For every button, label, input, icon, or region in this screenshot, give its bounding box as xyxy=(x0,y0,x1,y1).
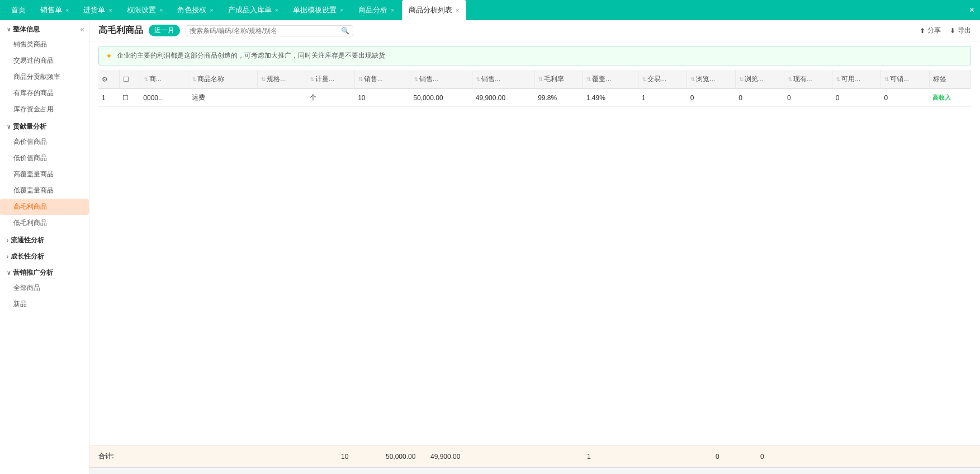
footer-stock-current: 0 xyxy=(712,453,757,461)
share-button[interactable]: ⬆ 分享 xyxy=(920,26,941,35)
sidebar-group-overview[interactable]: ∨ 整体信息 xyxy=(0,20,89,36)
sidebar-group-marketing[interactable]: ∨ 营销推广分析 xyxy=(0,264,89,280)
col-transaction[interactable]: ⇅ 交易... xyxy=(638,70,687,89)
table-footer: 合计: 10 50,000.00 49,900.00 1 0 0 xyxy=(89,445,980,467)
col-stock-available-sort-icon: ⇅ xyxy=(836,76,840,82)
close-instock-tab[interactable]: × xyxy=(275,7,278,13)
footer-transaction: 1 xyxy=(584,453,628,461)
nav-tab-sales[interactable]: 销售单 × xyxy=(34,0,75,20)
filter-month-button[interactable]: 近一月 xyxy=(149,25,180,36)
row-code: 0000... xyxy=(140,89,188,107)
table-container: ⚙ ☐ ⇅ 商... ⇅ xyxy=(89,70,980,445)
row-checkbox[interactable]: ☐ xyxy=(119,89,140,107)
close-roles-tab[interactable]: × xyxy=(210,7,213,13)
nav-tab-template[interactable]: 单据模板设置 × xyxy=(286,0,350,20)
search-input[interactable] xyxy=(190,27,341,35)
col-stock-saleable[interactable]: ⇅ 可销... xyxy=(880,70,929,89)
col-stock-current[interactable]: ⇅ 现有... xyxy=(784,70,832,89)
row-stock-saleable: 0 xyxy=(880,89,929,107)
info-icon: ✦ xyxy=(106,51,112,60)
sidebar-collapse-button[interactable]: « xyxy=(80,25,84,34)
col-browse1-sort-icon: ⇅ xyxy=(690,76,695,82)
row-sales-qty: 10 xyxy=(354,89,410,107)
sidebar-item-high-coverage[interactable]: 高覆盖量商品 xyxy=(0,166,89,182)
search-box: 🔍 xyxy=(186,25,353,36)
overview-arrow-icon: ∨ xyxy=(7,26,11,32)
sidebar-item-low-coverage[interactable]: 低覆盖量商品 xyxy=(0,182,89,199)
close-all-button[interactable]: × xyxy=(969,5,974,15)
row-browse2: 0 xyxy=(735,89,784,107)
sidebar-group-growth[interactable]: › 成长性分析 xyxy=(0,247,89,264)
nav-tab-purchase[interactable]: 进货单 × xyxy=(77,0,119,20)
sidebar-group-contribution[interactable]: ∨ 贡献量分析 xyxy=(0,118,89,134)
col-tag[interactable]: 标签 xyxy=(929,70,970,89)
page-title: 高毛利商品 xyxy=(98,25,143,36)
export-button[interactable]: ⬇ 导出 xyxy=(950,26,971,35)
col-stock-available[interactable]: ⇅ 可用... xyxy=(832,70,881,89)
col-browse2[interactable]: ⇅ 浏览... xyxy=(735,70,784,89)
sidebar-item-sales-goods[interactable]: 销售类商品 xyxy=(0,36,89,53)
close-analysis-list-tab[interactable]: × xyxy=(456,7,459,13)
col-unit-sort-icon: ⇅ xyxy=(310,76,314,82)
sidebar-item-all-goods[interactable]: 全部商品 xyxy=(0,280,89,296)
marketing-arrow-icon: ∨ xyxy=(7,270,11,276)
row-name: 运费 xyxy=(188,89,258,107)
export-icon: ⬇ xyxy=(950,27,955,35)
col-unit[interactable]: ⇅ 计量... xyxy=(306,70,355,89)
col-sales-cost[interactable]: ⇅ 销售... xyxy=(472,70,534,89)
col-sales-qty[interactable]: ⇅ 销售... xyxy=(354,70,410,89)
col-browse1[interactable]: ⇅ 浏览... xyxy=(687,70,736,89)
content-header: 高毛利商品 近一月 🔍 ⬆ 分享 ⬇ 导出 xyxy=(89,20,980,41)
row-stock-current: 0 xyxy=(784,89,832,107)
sidebar-item-stock-goods[interactable]: 有库存的商品 xyxy=(0,85,89,101)
content-area: 高毛利商品 近一月 🔍 ⬆ 分享 ⬇ 导出 ✦ 企业的主要的利润都是这部分商品创… xyxy=(89,20,980,474)
close-analysis-tab[interactable]: × xyxy=(391,7,394,13)
col-name[interactable]: ⇅ 商品名称 xyxy=(188,70,258,89)
top-nav: 首页 销售单 × 进货单 × 权限设置 × 角色授权 × 产成品入库单 × 单据… xyxy=(0,0,980,20)
info-text: 企业的主要的利润都是这部分商品创造的，可考虑加大推广，同时关注库存是不要出现缺货 xyxy=(117,51,385,60)
nav-tab-analysis-list[interactable]: 商品分析列表 × xyxy=(402,0,466,20)
col-stock-current-sort-icon: ⇅ xyxy=(788,76,792,82)
col-sales-amount[interactable]: ⇅ 销售... xyxy=(410,70,472,89)
close-sales-tab[interactable]: × xyxy=(65,7,69,13)
row-sales-amount: 50,000.00 xyxy=(410,89,472,107)
sidebar-item-stock-capital[interactable]: 库存资金占用 xyxy=(0,101,89,118)
sidebar-item-low-margin[interactable]: 低毛利商品 xyxy=(0,215,89,231)
footer-spacer2 xyxy=(628,453,712,461)
nav-tab-home[interactable]: 首页 xyxy=(4,0,32,20)
nav-tab-instock[interactable]: 产成品入库单 × xyxy=(221,0,285,20)
sidebar: « ∨ 整体信息 销售类商品 交易过的商品 商品分贡献频率 有库存的商品 库存资… xyxy=(0,20,89,474)
footer-cells: 10 50,000.00 49,900.00 1 0 0 xyxy=(125,453,971,461)
row-browse1[interactable]: 0 xyxy=(687,89,736,107)
row-spec xyxy=(258,89,306,107)
nav-tab-permissions[interactable]: 权限设置 × xyxy=(120,0,169,20)
main-layout: « ∨ 整体信息 销售类商品 交易过的商品 商品分贡献频率 有库存的商品 库存资… xyxy=(0,20,980,474)
col-settings[interactable]: ⚙ xyxy=(98,70,119,89)
footer-stock-available: 0 xyxy=(757,453,802,461)
col-gross-margin-sort-icon: ⇅ xyxy=(538,76,543,82)
col-code-sort-icon: ⇅ xyxy=(144,76,148,82)
sidebar-item-low-value[interactable]: 低价值商品 xyxy=(0,150,89,166)
info-banner: ✦ 企业的主要的利润都是这部分商品创造的，可考虑加大推广，同时关注库存是不要出现… xyxy=(98,46,971,65)
close-permissions-tab[interactable]: × xyxy=(159,7,163,13)
col-code[interactable]: ⇅ 商... xyxy=(140,70,188,89)
col-gross-margin[interactable]: ⇅ 毛利率 xyxy=(534,70,583,89)
sidebar-item-traded-goods[interactable]: 交易过的商品 xyxy=(0,53,89,69)
nav-tab-analysis[interactable]: 商品分析 × xyxy=(352,0,401,20)
search-icon[interactable]: 🔍 xyxy=(341,27,349,35)
close-purchase-tab[interactable]: × xyxy=(108,7,112,13)
close-template-tab[interactable]: × xyxy=(340,7,343,13)
header-actions: ⬆ 分享 ⬇ 导出 xyxy=(920,26,971,35)
scrollbar-area xyxy=(89,467,980,474)
row-sales-cost: 49,900.00 xyxy=(472,89,534,107)
sidebar-item-high-margin[interactable]: 高毛利商品 xyxy=(0,199,89,215)
nav-tab-roles[interactable]: 角色授权 × xyxy=(171,0,220,20)
col-spec[interactable]: ⇅ 规格... xyxy=(258,70,306,89)
sidebar-item-contribution-rate[interactable]: 商品分贡献频率 xyxy=(0,69,89,85)
col-checkbox[interactable]: ☐ xyxy=(119,70,140,89)
sidebar-item-high-value[interactable]: 高价值商品 xyxy=(0,134,89,150)
sidebar-group-liquidity[interactable]: › 流通性分析 xyxy=(0,231,89,247)
sidebar-item-new-goods[interactable]: 新品 xyxy=(0,296,89,312)
contribution-arrow-icon: ∨ xyxy=(7,124,11,130)
col-coverage[interactable]: ⇅ 覆盖... xyxy=(583,70,638,89)
